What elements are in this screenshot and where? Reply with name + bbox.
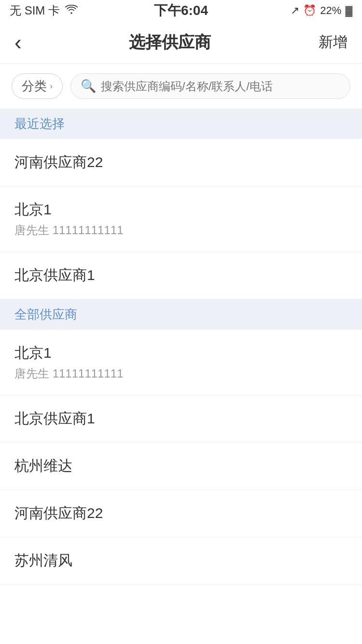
category-filter-button[interactable]: 分类 ›: [12, 73, 63, 99]
list-item[interactable]: 北京1唐先生 11111111111: [0, 186, 362, 252]
back-button[interactable]: ‹: [14, 30, 22, 55]
battery-label: 22%: [320, 4, 341, 17]
search-icon: 🔍: [81, 79, 96, 94]
item-name: 杭州维达: [14, 456, 348, 476]
item-name: 北京供应商1: [14, 409, 348, 429]
item-contact: 唐先生 11111111111: [14, 223, 348, 238]
recent-items-list: 河南供应商22北京1唐先生 11111111111北京供应商1: [0, 139, 362, 299]
page-title: 选择供应商: [129, 31, 211, 54]
list-item[interactable]: 苏州清风: [0, 537, 362, 585]
nav-bar: ‹ 选择供应商 新增: [0, 21, 362, 64]
list-item[interactable]: 杭州维达: [0, 443, 362, 490]
search-container: 🔍: [70, 73, 350, 99]
list-item[interactable]: 北京供应商1: [0, 395, 362, 443]
item-name: 北京1: [14, 200, 348, 220]
search-input[interactable]: [101, 80, 340, 93]
item-name: 河南供应商22: [14, 504, 348, 523]
alarm-icon: ⏰: [303, 4, 316, 17]
item-name: 北京供应商1: [14, 266, 348, 285]
item-name: 北京1: [14, 343, 348, 363]
filter-bar: 分类 › 🔍: [0, 64, 362, 109]
list-item[interactable]: 河南供应商22: [0, 139, 362, 186]
item-name: 河南供应商22: [14, 153, 348, 172]
list-item[interactable]: 河南供应商22: [0, 490, 362, 537]
battery-icon: ▓: [345, 5, 352, 16]
add-button[interactable]: 新增: [319, 32, 348, 52]
item-contact: 唐先生 11111111111: [14, 366, 348, 381]
status-time: 下午6:04: [154, 1, 208, 20]
carrier-label: 无 SIM 卡: [10, 3, 60, 18]
status-right: ↗ ⏰ 22% ▓: [291, 4, 352, 17]
all-section-label: 全部供应商: [14, 307, 77, 322]
wifi-icon: [65, 4, 78, 17]
location-icon: ↗: [291, 4, 299, 17]
category-label: 分类: [22, 78, 47, 95]
chevron-right-icon: ›: [50, 81, 53, 91]
all-items-list: 北京1唐先生 11111111111北京供应商1杭州维达河南供应商22苏州清风: [0, 330, 362, 585]
list-item[interactable]: 北京1唐先生 11111111111: [0, 330, 362, 395]
list-item[interactable]: 北京供应商1: [0, 252, 362, 299]
recent-section-label: 最近选择: [14, 116, 65, 131]
recent-section-header: 最近选择: [0, 109, 362, 139]
item-name: 苏州清风: [14, 551, 348, 571]
all-section-header: 全部供应商: [0, 299, 362, 330]
status-left: 无 SIM 卡: [10, 3, 78, 18]
status-bar: 无 SIM 卡 下午6:04 ↗ ⏰ 22% ▓: [0, 0, 362, 21]
